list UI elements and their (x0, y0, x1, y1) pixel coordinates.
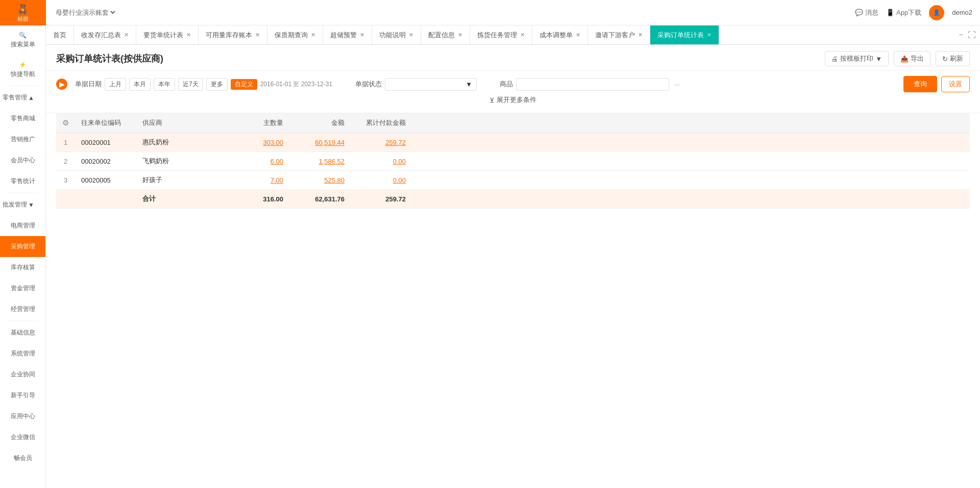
tabbar: 首页 收发存汇总表 ✕ 要货单统计表 ✕ 可用量库存账本 ✕ 保质期查询 ✕ 超… (46, 25, 980, 45)
tab-close-icon[interactable]: ✕ (576, 32, 580, 38)
date-btn-this-year[interactable]: 本年 (154, 78, 175, 91)
sidebar-item-operations[interactable]: 经营管理 (0, 299, 45, 320)
user-avatar[interactable]: 👤 (929, 5, 944, 20)
qty-link[interactable]: 6.00 (271, 158, 283, 165)
sidebar-item-wechat[interactable]: 企业微信 (0, 427, 45, 448)
status-select[interactable]: ▼ (385, 78, 477, 91)
tab-close-icon[interactable]: ✕ (458, 32, 462, 38)
qty-link[interactable]: 303.00 (263, 139, 283, 146)
tab-label: 可用量库存账本 (206, 31, 252, 40)
col-settings: ⚙ (56, 113, 75, 133)
tab-config-info[interactable]: 配置信息 ✕ (421, 25, 470, 45)
tab-label: 采购订单统计表 (657, 31, 704, 40)
paid-link[interactable]: 0.00 (393, 176, 406, 184)
tab-close-icon[interactable]: ✕ (409, 32, 413, 38)
row-qty: 6.00 (238, 152, 289, 171)
sidebar-item-guide[interactable]: 新手引导 (0, 385, 45, 406)
settings-button[interactable]: 设置 (941, 76, 970, 92)
amount-link[interactable]: 525.80 (324, 176, 345, 184)
tab-close-icon[interactable]: ✕ (360, 32, 364, 38)
tab-goods-summary[interactable]: 要货单统计表 ✕ (136, 25, 199, 45)
column-settings-icon[interactable]: ⚙ (62, 118, 69, 127)
tab-invite-downstream[interactable]: 邀请下游客户 ✕ (588, 25, 650, 45)
amount-link[interactable]: 60,519.44 (315, 139, 345, 146)
tab-close-icon[interactable]: ✕ (255, 32, 260, 38)
col-extra (412, 113, 970, 133)
sidebar-item-finance[interactable]: 资金管理 (0, 278, 45, 299)
paid-link[interactable]: 0.00 (393, 158, 406, 165)
sidebar-item-wholesale[interactable]: 批发管理 ▼ (0, 194, 45, 215)
more-options-icon[interactable]: ··· (674, 81, 680, 88)
query-button[interactable]: 查询 (903, 76, 937, 92)
sidebar-item-retail[interactable]: 零售管理 ▲ (0, 87, 45, 108)
row-qty: 303.00 (238, 133, 289, 152)
sidebar-item-marketing[interactable]: 营销推广 (0, 129, 45, 150)
table-container: ⚙ 往来单位编码 供应商 主数量 金额 累计付款金额 1 00020001 (46, 113, 980, 488)
tab-overstock-warning[interactable]: 超储预警 ✕ (323, 25, 372, 45)
table-row: 2 00020002 飞鹤奶粉 6.00 1,586.52 0.00 (56, 152, 970, 171)
amount-link[interactable]: 1,586.52 (318, 158, 345, 165)
sidebar-item-apps[interactable]: 应用中心 (0, 406, 45, 427)
sidebar-item-inventory[interactable]: 库存核算 (0, 257, 45, 278)
row-code: 00020005 (75, 171, 136, 190)
date-btn-more[interactable]: 更多 (206, 78, 228, 91)
sidebar-item-ecommerce[interactable]: 电商管理 (0, 215, 45, 236)
tab-close-icon[interactable]: ✕ (311, 32, 315, 38)
sidebar-item-enterprise[interactable]: 企业协同 (0, 364, 45, 385)
export-button[interactable]: 📤 导出 (894, 51, 930, 66)
sidebar-item-purchase[interactable]: 采购管理 (0, 236, 45, 257)
org-selector[interactable]: 母婴行业演示账套 (54, 8, 117, 17)
sidebar-item-quicknav[interactable]: ⚡ 快捷导航 (0, 55, 45, 85)
sidebar-item-retail-mall[interactable]: 零售商城 (0, 108, 45, 129)
message-action[interactable]: 💬 消息 (855, 8, 878, 17)
sidebar-item-vip[interactable]: 畅会员 (0, 448, 45, 469)
tab-stacking-task[interactable]: 拣货任务管理 ✕ (470, 25, 532, 45)
expand-more-button[interactable]: ⊻ 展开更多条件 (489, 95, 536, 105)
tab-close-icon[interactable]: ✕ (638, 32, 643, 38)
table-header: ⚙ 往来单位编码 供应商 主数量 金额 累计付款金额 (56, 113, 970, 133)
print-dropdown-icon: ▼ (875, 55, 882, 63)
sidebar-item-basic[interactable]: 基础信息 (0, 322, 45, 343)
chevron-up-icon: ▲ (28, 94, 34, 101)
sidebar-item-retail-stats[interactable]: 零售统计 (0, 171, 45, 192)
sidebar-item-search[interactable]: 🔍 搜索菜单 (0, 25, 45, 55)
refresh-button[interactable]: ↻ 刷新 (936, 51, 970, 66)
col-paid-header: 累计付款金额 (351, 113, 412, 133)
filter-area: ▶ 单据日期 上月 本月 本年 近7天 更多 自定义 2016-01-01 至 … (46, 71, 980, 113)
date-shortcuts: 上月 本月 本年 近7天 更多 自定义 (105, 78, 257, 91)
row-code: 00020001 (75, 133, 136, 152)
goods-input[interactable] (516, 78, 669, 91)
select-chevron-icon: ▼ (465, 81, 472, 88)
tab-label: 保质期查询 (275, 31, 308, 40)
tab-label: 成本调整单 (540, 31, 573, 40)
tab-available-inventory[interactable]: 可用量库存账本 ✕ (199, 25, 267, 45)
date-btn-7days[interactable]: 近7天 (178, 78, 203, 91)
tab-purchase-summary[interactable]: 采购订单统计表 ✕ (650, 25, 719, 45)
tab-receive-summary[interactable]: 收发存汇总表 ✕ (74, 25, 136, 45)
footer-row: 合计 316.00 62,631.76 259.72 (56, 190, 970, 209)
tab-close-icon[interactable]: ✕ (520, 32, 525, 38)
app-logo[interactable]: 🧸 标据 (0, 0, 46, 25)
tab-close-icon[interactable]: ✕ (186, 32, 191, 38)
qty-link[interactable]: 7.00 (271, 176, 283, 184)
page-header: 采购订单统计表(按供应商) 🖨 按模板打印 ▼ 📤 导出 ↻ 刷新 (46, 45, 980, 71)
print-button[interactable]: 🖨 按模板打印 ▼ (825, 51, 889, 66)
app-download-action[interactable]: 📱 App下载 (886, 8, 921, 17)
date-btn-this-month[interactable]: 本月 (129, 78, 151, 91)
tab-cost-adjust[interactable]: 成本调整单 ✕ (532, 25, 588, 45)
sidebar-item-system[interactable]: 系统管理 (0, 343, 45, 364)
tab-close-icon[interactable]: ✕ (707, 32, 712, 38)
tab-expand-icon[interactable]: ⛶ (968, 31, 976, 40)
tab-warranty-query[interactable]: 保质期查询 ✕ (267, 25, 323, 45)
tab-close-icon[interactable]: ✕ (124, 32, 129, 38)
tab-minimize-icon[interactable]: － (957, 30, 965, 40)
sidebar-item-member[interactable]: 会员中心 (0, 150, 45, 171)
tab-function-desc[interactable]: 功能说明 ✕ (372, 25, 421, 45)
tabbar-end: － ⛶ (953, 30, 980, 40)
paid-link[interactable]: 259.72 (385, 139, 406, 146)
tab-home[interactable]: 首页 (46, 25, 74, 45)
filter-toggle-button[interactable]: ▶ (56, 79, 67, 90)
divider-1 (7, 86, 38, 86)
date-btn-last-month[interactable]: 上月 (105, 78, 126, 91)
row-code: 00020002 (75, 152, 136, 171)
